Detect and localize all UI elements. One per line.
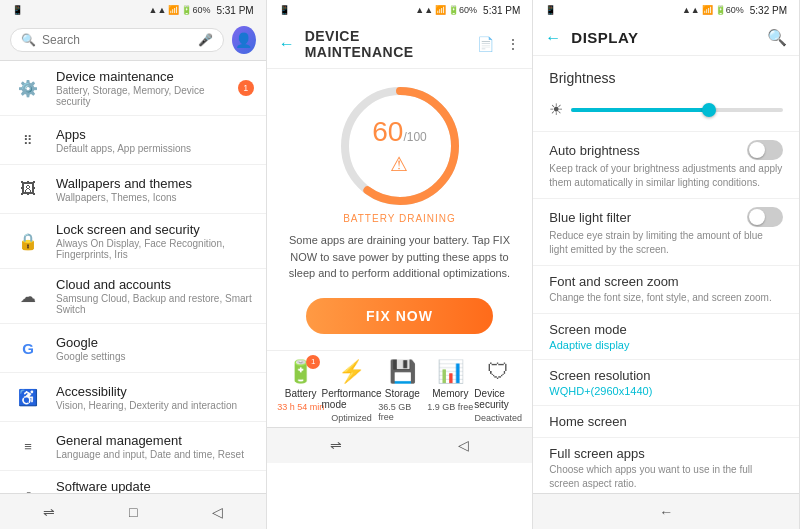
memory-wrap: 📊 xyxy=(437,359,464,385)
notification-icon-p2: 📱 xyxy=(279,5,290,15)
nav-back-btn-p2[interactable]: ◁ xyxy=(458,437,469,453)
back-btn-p2[interactable]: ← xyxy=(279,35,295,53)
settings-item-software[interactable]: ⬇ Software update Download updates, Sche… xyxy=(0,471,266,493)
perf-icon: ⚡ xyxy=(338,359,365,385)
settings-text: Lock screen and security Always On Displ… xyxy=(56,222,254,260)
wifi-icon-p2: 📶 xyxy=(435,5,446,15)
wifi-icon: 📶 xyxy=(168,5,179,15)
auto-brightness-sub: Keep track of your brightness adjustment… xyxy=(549,162,783,190)
google-icon: G xyxy=(12,332,44,364)
display-panel: 📱 ▲▲ 📶 🔋60% 5:32 PM ← DISPLAY 🔍 Brightne… xyxy=(533,0,800,529)
header-icons-p2: 📄 ⋮ xyxy=(477,36,520,52)
settings-item-device-maintenance[interactable]: ⚙️ Device maintenance Battery, Storage, … xyxy=(0,61,266,116)
settings-item-subtitle: Samsung Cloud, Backup and restore, Smart… xyxy=(56,293,254,315)
settings-header: 🔍 🎤 👤 xyxy=(0,20,266,61)
nav-back-btn[interactable]: ◁ xyxy=(212,504,223,520)
bi-battery-title: Battery xyxy=(285,388,317,399)
wifi-icon-p3: 📶 xyxy=(702,5,713,15)
signal-icon: ▲▲ xyxy=(149,5,167,15)
settings-item-title: Google xyxy=(56,335,254,350)
battery-warn-icon: ⚠ xyxy=(372,152,427,176)
display-list: Brightness ☀ Auto brightness Keep track … xyxy=(533,56,799,493)
more-icon[interactable]: ⋮ xyxy=(506,36,520,52)
display-item-auto-brightness[interactable]: Auto brightness Keep track of your brigh… xyxy=(533,132,799,199)
brightness-row[interactable]: ☀ xyxy=(533,94,799,132)
blue-light-header: Blue light filter xyxy=(549,207,783,227)
avatar[interactable]: 👤 xyxy=(232,26,256,54)
memory-icon: 📊 xyxy=(437,359,464,385)
settings-item-subtitle: Wallpapers, Themes, Icons xyxy=(56,192,254,203)
nav-back-btn-p3[interactable]: ← xyxy=(659,504,673,520)
bottom-nav-p1: ⇌ □ ◁ xyxy=(0,493,266,529)
display-item-screen-resolution[interactable]: Screen resolution WQHD+(2960x1440) xyxy=(533,360,799,406)
bi-memory[interactable]: 📊 Memory 1.9 GB free xyxy=(426,359,474,423)
toggle-knob-2 xyxy=(749,209,765,225)
blue-light-toggle[interactable] xyxy=(747,207,783,227)
settings-item-subtitle: Always On Display, Face Recognition, Fin… xyxy=(56,238,254,260)
gauge-center: 60/100 ⚠ xyxy=(372,116,427,176)
software-icon: ⬇ xyxy=(12,482,44,493)
brightness-section: Brightness xyxy=(533,60,799,94)
settings-item-general[interactable]: ≡ General management Language and input,… xyxy=(0,422,266,471)
display-item-screen-mode[interactable]: Screen mode Adaptive display xyxy=(533,314,799,360)
settings-item-google[interactable]: G Google Google settings xyxy=(0,324,266,373)
signal-icon-p2: ▲▲ xyxy=(415,5,433,15)
display-item-full-screen[interactable]: Full screen apps Choose which apps you w… xyxy=(533,438,799,493)
settings-item-cloud[interactable]: ☁ Cloud and accounts Samsung Cloud, Back… xyxy=(0,269,266,324)
bi-device-security[interactable]: 🛡 Device security Deactivated xyxy=(474,359,522,423)
battery-score: 60/100 xyxy=(372,116,427,148)
bi-security-sub: Deactivated xyxy=(475,413,523,423)
settings-item-accessibility[interactable]: ♿ Accessibility Vision, Hearing, Dexteri… xyxy=(0,373,266,422)
mic-icon[interactable]: 🎤 xyxy=(198,33,213,47)
settings-item-title: Device maintenance xyxy=(56,69,226,84)
battery-icon-p2: 🔋60% xyxy=(448,5,477,15)
search-icon-p3[interactable]: 🔍 xyxy=(767,28,787,47)
bi-security-title: Device security xyxy=(474,388,522,410)
notification-icon-p3: 📱 xyxy=(545,5,556,15)
search-input[interactable] xyxy=(42,33,192,47)
nav-recent-btn-p2[interactable]: ⇌ xyxy=(330,437,342,453)
settings-item-subtitle: Vision, Hearing, Dexterity and interacti… xyxy=(56,400,254,411)
settings-item-title: Accessibility xyxy=(56,384,254,399)
avatar-icon: 👤 xyxy=(235,32,252,48)
settings-text: Accessibility Vision, Hearing, Dexterity… xyxy=(56,384,254,411)
maintenance-bottom-icons: 🔋 1 Battery 33 h 54 min ⚡ Perftormance m… xyxy=(267,350,533,427)
settings-panel: 📱 ▲▲ 📶 🔋60% 5:31 PM 🔍 🎤 👤 ⚙️ Device main… xyxy=(0,0,267,529)
settings-item-subtitle: Default apps, App permissions xyxy=(56,143,254,154)
bi-battery[interactable]: 🔋 1 Battery 33 h 54 min xyxy=(277,359,325,423)
apps-icon: ⠿ xyxy=(12,124,44,156)
fix-now-button[interactable]: FIX NOW xyxy=(306,298,493,334)
status-left-p3: 📱 xyxy=(539,5,679,15)
settings-text: Cloud and accounts Samsung Cloud, Backup… xyxy=(56,277,254,315)
bi-performance[interactable]: ⚡ Perftormance mode Optimized xyxy=(325,359,379,423)
back-btn-p3[interactable]: ← xyxy=(545,29,561,47)
auto-brightness-toggle[interactable] xyxy=(747,140,783,160)
screen-resolution-title: Screen resolution xyxy=(549,368,783,383)
settings-item-lock-screen[interactable]: 🔒 Lock screen and security Always On Dis… xyxy=(0,214,266,269)
lock-icon: 🔒 xyxy=(12,225,44,257)
settings-item-title: Software update xyxy=(56,479,254,493)
slider-fill xyxy=(571,108,709,112)
status-bar-p3: 📱 ▲▲ 📶 🔋60% 5:32 PM xyxy=(533,0,799,20)
nav-recent-btn[interactable]: ⇌ xyxy=(43,504,55,520)
bi-storage[interactable]: 💾 Storage 36.5 GB free xyxy=(378,359,426,423)
auto-brightness-title: Auto brightness xyxy=(549,143,639,158)
settings-text: Apps Default apps, App permissions xyxy=(56,127,254,154)
settings-item-title: Lock screen and security xyxy=(56,222,254,237)
display-item-home-screen[interactable]: Home screen xyxy=(533,406,799,438)
display-item-blue-light[interactable]: Blue light filter Reduce eye strain by l… xyxy=(533,199,799,266)
settings-item-apps[interactable]: ⠿ Apps Default apps, App permissions xyxy=(0,116,266,165)
settings-text: Wallpapers and themes Wallpapers, Themes… xyxy=(56,176,254,203)
search-box[interactable]: 🔍 🎤 xyxy=(10,28,224,52)
brightness-slider[interactable] xyxy=(571,108,783,112)
display-item-font-zoom[interactable]: Font and screen zoom Change the font siz… xyxy=(533,266,799,314)
slider-thumb xyxy=(702,103,716,117)
nav-home-btn[interactable]: □ xyxy=(129,504,137,520)
doc-icon[interactable]: 📄 xyxy=(477,36,494,52)
settings-list: ⚙️ Device maintenance Battery, Storage, … xyxy=(0,61,266,493)
maintenance-badge: 1 xyxy=(238,80,254,96)
settings-item-wallpapers[interactable]: 🖼 Wallpapers and themes Wallpapers, Them… xyxy=(0,165,266,214)
battery-wrap: 🔋 1 xyxy=(287,359,314,385)
status-time-p1: 5:31 PM xyxy=(216,5,253,16)
settings-text: Software update Download updates, Schedu… xyxy=(56,479,254,493)
